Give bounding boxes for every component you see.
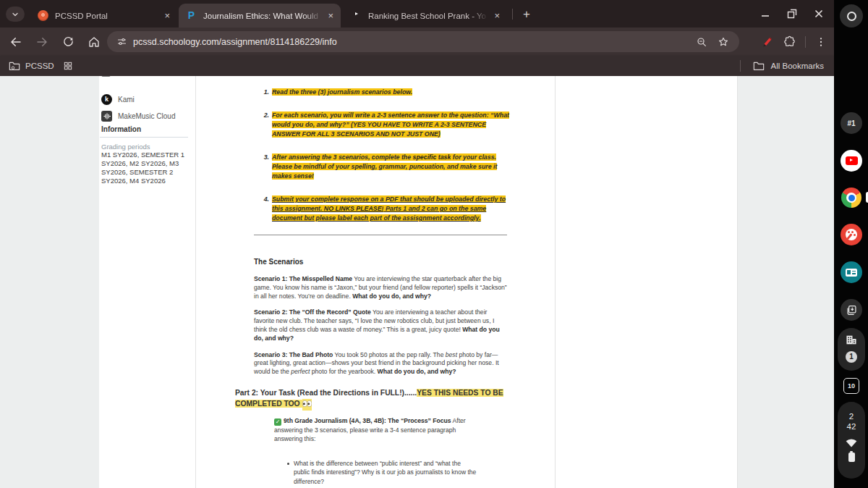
status-tray[interactable]: 2 42 xyxy=(838,402,865,479)
assignment-description: 1. Read the three (3) journalism scenari… xyxy=(196,76,556,486)
toolbar-right xyxy=(761,28,827,56)
site-settings-tune-icon[interactable] xyxy=(116,36,127,47)
powerschool-favicon-icon: P xyxy=(186,10,197,21)
tab-title: Ranking Best School Prank - Yo xyxy=(368,12,488,20)
chevron-down-icon xyxy=(11,10,20,19)
scenario-title: Scenario 3: The Bad Photo xyxy=(254,351,333,358)
chrome-app-button[interactable] xyxy=(841,187,862,209)
task-title: 9th Grade Journalism (4A, 3B, 4B): The “… xyxy=(284,417,451,424)
scenario-emphasis: best xyxy=(446,351,457,358)
direction-step-4: 4. Submit your complete response on a PD… xyxy=(196,195,511,223)
tab-strip: PCSSD Portal × P Journalism Ethics: What… xyxy=(0,0,834,28)
makemusic-icon xyxy=(101,111,112,122)
eyes-emoji-icon xyxy=(302,399,312,410)
calendar-date-button[interactable]: 10 xyxy=(843,378,859,394)
browser-toolbar: pcssd.schoology.com/assignment/811418622… xyxy=(0,28,834,56)
capture-tote-icon xyxy=(846,304,858,316)
scenario-1: Scenario 1: The Misspelled Name You are … xyxy=(254,275,509,300)
tab-search-button[interactable] xyxy=(6,7,25,22)
extensions-puzzle-icon[interactable] xyxy=(783,35,796,48)
apps-grid-icon xyxy=(63,61,73,71)
pinned-window-badge[interactable]: #1 xyxy=(841,112,862,134)
scenario-title: Scenario 2: The “Off the Record” Quote xyxy=(254,308,371,316)
back-arrow-icon xyxy=(9,35,22,49)
step-number: 4. xyxy=(259,195,269,204)
step-number: 2. xyxy=(259,111,269,120)
toolbar-separator xyxy=(805,36,806,48)
tab-title: PCSSD Portal xyxy=(55,12,158,20)
notification-pill[interactable]: 1 xyxy=(838,328,865,371)
notification-count-badge: 1 xyxy=(846,351,857,363)
menu-kebab-icon[interactable] xyxy=(815,36,827,48)
tab-youtube-video[interactable]: Ranking Best School Prank - Yo × xyxy=(344,4,507,28)
tab-journalism-ethics-active[interactable]: P Journalism Ethics: What Would × xyxy=(179,4,341,28)
sidebar-item-makemusic-cloud[interactable]: MakeMusic Cloud xyxy=(101,111,175,122)
clipped-app-icon xyxy=(101,76,111,77)
scenario-emphasis: perfect xyxy=(291,368,310,375)
zoom-out-icon[interactable] xyxy=(696,36,707,48)
direction-step-3: 3. After answering the 3 scenarios, comp… xyxy=(196,153,511,181)
bookmark-folder-pcssd[interactable]: PCSSD xyxy=(9,61,54,71)
part2-heading-text: Part 2: Your Task (Read the Directions i… xyxy=(235,389,417,397)
tab-title: Journalism Ethics: What Would xyxy=(203,12,322,20)
pcssd-favicon-icon xyxy=(38,10,48,21)
step-text-strong: NO LINKS PLEASE! xyxy=(324,205,384,212)
battery-icon xyxy=(848,453,855,462)
canvas-app-button[interactable] xyxy=(841,224,862,245)
bookmarks-separator xyxy=(740,60,741,72)
step-text-strong: specific task xyxy=(413,153,451,161)
bookmark-label: PCSSD xyxy=(25,62,54,70)
minimize-button[interactable] xyxy=(756,4,775,23)
restore-icon xyxy=(787,9,797,19)
tab-close-icon[interactable]: × xyxy=(164,11,170,20)
course-sidebar: k Kami MakeMusic Cloud Information Gradi… xyxy=(99,76,195,488)
launcher-button[interactable] xyxy=(840,4,863,28)
youtube-icon xyxy=(846,156,858,165)
close-window-button[interactable] xyxy=(809,4,828,23)
step-number: 1. xyxy=(259,88,269,97)
screen-capture-app-button[interactable] xyxy=(841,299,862,321)
step-text: After answering the 3 scenarios, complet… xyxy=(272,153,413,161)
system-shelf: #1 1 10 2 42 xyxy=(834,0,868,488)
clock-hour: 2 xyxy=(847,411,856,421)
check-emoji-icon: ✓ xyxy=(274,418,281,426)
scenario-title: Scenario 1: The Misspelled Name xyxy=(254,275,352,282)
page-content: k Kami MakeMusic Cloud Information Gradi… xyxy=(0,76,834,488)
sidebar-item-label: Kami xyxy=(118,96,135,104)
kami-extension-icon[interactable] xyxy=(761,35,774,49)
url-text[interactable]: pcssd.schoology.com/assignment/811418622… xyxy=(133,37,696,47)
home-button[interactable] xyxy=(84,32,104,52)
kami-icon: k xyxy=(101,94,112,105)
address-bar[interactable]: pcssd.schoology.com/assignment/811418622… xyxy=(107,31,739,52)
grading-periods-value: M1 SY2026, SEMESTER 1 SY2026, M2 SY2026,… xyxy=(101,151,188,185)
apps-grid-button[interactable] xyxy=(63,61,73,71)
back-button[interactable] xyxy=(6,32,26,52)
clipped-app-item xyxy=(101,76,174,80)
youtube-favicon-icon xyxy=(351,10,362,21)
screencast-icon xyxy=(846,269,857,277)
step-text: For each scenario, you will write a 2-3 … xyxy=(272,112,509,138)
all-bookmarks-label: All Bookmarks xyxy=(771,62,825,70)
restore-button[interactable] xyxy=(783,4,801,23)
page-right-column xyxy=(556,76,738,488)
directions-list: 1. Read the three (3) journalism scenari… xyxy=(196,76,556,223)
bookmark-star-icon[interactable] xyxy=(718,36,729,48)
tab-close-icon[interactable]: × xyxy=(328,11,333,20)
youtube-app-button[interactable] xyxy=(841,150,862,172)
part2-heading: Part 2: Your Task (Read the Directions i… xyxy=(235,387,524,411)
information-heading: Information xyxy=(101,125,141,133)
forward-button[interactable] xyxy=(32,32,52,52)
sidebar-item-label: MakeMusic Cloud xyxy=(118,112,175,120)
reload-button[interactable] xyxy=(58,32,78,52)
new-tab-button[interactable]: + xyxy=(518,6,535,23)
sidebar-item-kami[interactable]: k Kami xyxy=(101,94,135,105)
clock: 2 42 xyxy=(847,411,856,432)
screencast-app-button[interactable] xyxy=(841,261,862,283)
all-bookmarks-button[interactable]: All Bookmarks xyxy=(740,60,825,72)
tab-pcssd-portal[interactable]: PCSSD Portal × xyxy=(30,4,177,28)
tab-close-icon[interactable]: × xyxy=(494,11,500,20)
close-icon xyxy=(814,9,824,19)
folder-icon xyxy=(753,61,765,71)
step-number: 3. xyxy=(259,153,269,162)
direction-step-2: 2. For each scenario, you will write a 2… xyxy=(196,111,511,139)
